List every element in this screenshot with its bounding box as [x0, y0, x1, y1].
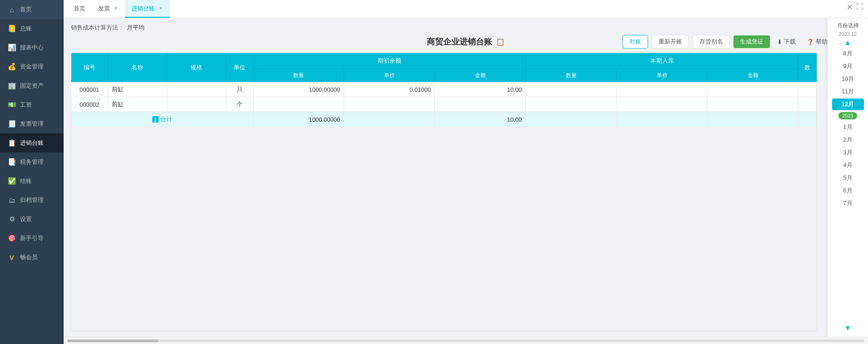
scrollbar-track[interactable] — [67, 339, 864, 342]
col-in-qty: 数量 — [526, 69, 617, 83]
sidebar-item-settings[interactable]: ⚙ 设置 — [0, 210, 64, 229]
sidebar-item-salary[interactable]: 💵 工资 — [0, 95, 64, 114]
cell-open-amount-0: 10.00 — [435, 82, 526, 97]
download-button[interactable]: ⬇ 下载 — [773, 35, 799, 48]
archive-icon: 🗂 — [7, 197, 16, 204]
month-item-7[interactable]: 7月 — [832, 197, 864, 209]
sidebar-item-home[interactable]: ⌂ 首页 — [0, 0, 64, 19]
cell-in-qty-1 — [526, 97, 617, 112]
col-group-opening: 期初余额 — [253, 53, 526, 69]
cell-spec-0 — [167, 82, 226, 97]
close-button[interactable]: ✕ — [847, 3, 853, 11]
reconcile-button[interactable]: 对账 — [623, 35, 648, 49]
summary-in-amount — [708, 112, 798, 127]
scrollbar-thumb[interactable] — [67, 339, 158, 342]
month-scroll-up[interactable]: ▲ — [844, 38, 852, 48]
month-item-8[interactable]: 8月 — [832, 48, 864, 59]
save-alias-button[interactable]: 存货别名 — [693, 35, 730, 49]
stock-table: 编号 名称 规格 单位 期初余额 本期入库 数 数量 单价 金额 数量 单价 — [71, 53, 817, 127]
sidebar-item-assets[interactable]: 🏢 固定资产 — [0, 76, 64, 95]
month-panel-title: 月份选择 — [837, 22, 859, 29]
tab-stock-ledger[interactable]: 进销台账 ✕ — [125, 0, 170, 18]
help-icon: ❓ — [807, 39, 814, 45]
month-item-2[interactable]: 2月 — [832, 134, 864, 146]
table-body: 000001 前缸 只 1000.00000 0.01000 10.00 000… — [71, 82, 817, 127]
cell-in-price-1 — [617, 97, 708, 112]
summary-row: ∑ 合计 1000.00000 10.00 — [71, 112, 817, 127]
summary-open-qty: 1000.00000 — [253, 112, 344, 127]
month-item-9[interactable]: 9月 — [832, 60, 864, 72]
cell-code-0: 000001 — [71, 82, 108, 97]
generate-voucher-button[interactable]: 生成凭证 — [733, 35, 770, 48]
cell-spec-1 — [167, 97, 226, 112]
year-label: 2022.12 — [839, 31, 857, 37]
cell-name-0: 前缸 — [108, 82, 167, 97]
settings-icon: ⚙ — [7, 215, 16, 223]
sidebar-item-stock-ledger[interactable]: 📋 进销台账 — [0, 133, 64, 152]
cell-open-qty-0: 1000.00000 — [253, 82, 344, 97]
maximize-button[interactable]: ⛶ — [856, 3, 863, 11]
cell-code-1: 000002 — [71, 97, 108, 112]
home-icon: ⌂ — [7, 6, 16, 14]
salary-icon: 💵 — [7, 101, 16, 109]
table-row: 000002 前缸 个 — [71, 97, 817, 112]
month-panel: 月份选择 2022.12 ▲ 8月 9月 10月 11月 12月 2023 1月… — [827, 18, 868, 337]
cell-unit-0: 只 — [226, 82, 253, 97]
assets-icon: 🏢 — [7, 82, 16, 90]
tab-invoice[interactable]: 发票 ✕ — [92, 0, 125, 18]
sidebar-item-funds[interactable]: 💰 资金管理 — [0, 57, 64, 76]
sidebar-item-reports[interactable]: 📊 报表中心 — [0, 38, 64, 57]
sidebar-item-guide[interactable]: 🎯 新手引导 — [0, 229, 64, 248]
month-item-12[interactable]: 12月 — [832, 98, 864, 110]
reopen-button[interactable]: 重新开账 — [652, 35, 689, 49]
month-item-5[interactable]: 5月 — [832, 172, 864, 184]
tab-stock-ledger-close[interactable]: ✕ — [158, 5, 164, 11]
col-open-qty: 数量 — [253, 69, 344, 83]
invoice-mgmt-icon: 🧾 — [7, 120, 16, 128]
month-item-6[interactable]: 6月 — [832, 185, 864, 197]
summary-text: 合计 — [160, 115, 172, 123]
cell-name-1: 前缸 — [108, 97, 167, 112]
month-item-3[interactable]: 3月 — [832, 147, 864, 158]
tab-invoice-close[interactable]: ✕ — [113, 5, 119, 11]
action-buttons: 对账 重新开账 存货别名 生成凭证 ⬇ 下载 ❓ 帮助 ↻ 刷新 — [623, 35, 861, 49]
table-row: 000001 前缸 只 1000.00000 0.01000 10.00 — [71, 82, 817, 97]
month-scroll-down[interactable]: ▼ — [844, 323, 852, 333]
summary-in-price — [617, 112, 708, 127]
sidebar-item-closing[interactable]: ✅ 结账 — [0, 172, 64, 191]
window-controls: ✕ ⛶ — [847, 3, 863, 11]
bottom-bar — [64, 337, 868, 344]
tax-icon: 📑 — [7, 158, 16, 166]
sidebar-item-vip[interactable]: V 畅会员 — [0, 248, 64, 267]
tab-bar: 首页 发票 ✕ 进销台账 ✕ — [64, 0, 868, 18]
sidebar-item-ledger[interactable]: 📒 总账 — [0, 19, 64, 38]
title-bar: 商贸企业进销台账 📋 对账 重新开账 存货别名 生成凭证 ⬇ 下载 ❓ 帮助 ↻ — [71, 36, 861, 47]
month-item-11[interactable]: 11月 — [832, 86, 864, 98]
cell-open-price-0: 0.01000 — [344, 82, 435, 97]
vip-icon: V — [7, 254, 16, 261]
month-item-4[interactable]: 4月 — [832, 159, 864, 171]
tab-home[interactable]: 首页 — [67, 0, 92, 18]
sidebar-item-archive[interactable]: 🗂 归档管理 — [0, 191, 64, 210]
cell-more-1 — [798, 97, 817, 112]
reports-icon: 📊 — [7, 44, 16, 52]
month-item-10[interactable]: 10月 — [832, 73, 864, 85]
sidebar-item-invoice-mgmt[interactable]: 🧾 发票管理 — [0, 114, 64, 133]
content-area: 销售成本计算方法： 月平均 商贸企业进销台账 📋 对账 重新开账 存货别名 生成… — [64, 18, 868, 337]
info-bar: 销售成本计算方法： 月平均 — [71, 24, 861, 32]
cell-in-amount-0 — [708, 82, 798, 97]
main-area: 首页 发票 ✕ 进销台账 ✕ 销售成本计算方法： 月平均 商贸企业进销台账 📋 … — [64, 0, 868, 344]
cost-method-value: 月平均 — [127, 24, 145, 32]
summary-in-qty — [526, 112, 617, 127]
cell-in-amount-1 — [708, 97, 798, 112]
summary-open-price — [344, 112, 435, 127]
col-in-price: 单价 — [617, 69, 708, 83]
month-item-1[interactable]: 1月 — [832, 121, 864, 133]
col-open-price: 单价 — [344, 69, 435, 83]
summary-more — [798, 112, 817, 127]
col-spec: 规格 — [167, 53, 226, 82]
sidebar-item-tax[interactable]: 📑 税务管理 — [0, 152, 64, 172]
cell-in-qty-0 — [526, 82, 617, 97]
cell-more-0 — [798, 82, 817, 97]
col-group-inbound: 本期入库 — [526, 53, 798, 69]
